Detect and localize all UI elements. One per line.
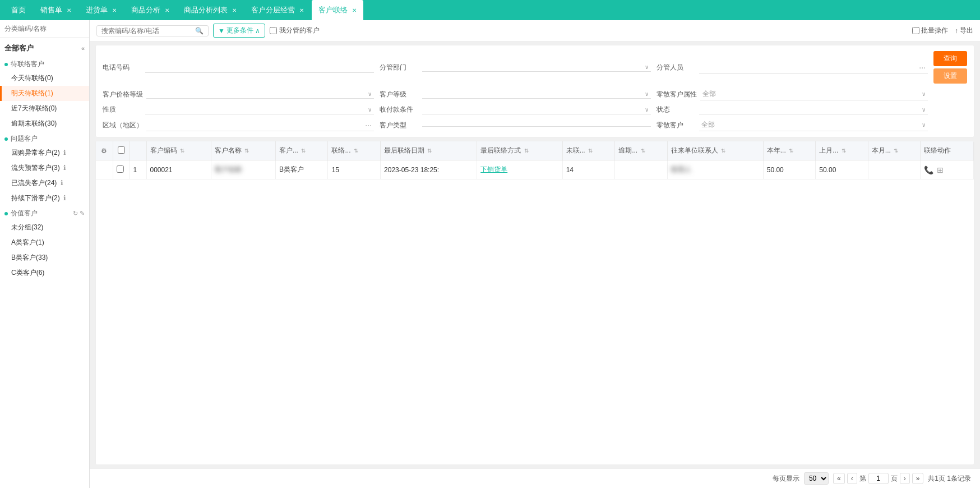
th-contact[interactable]: 联络... ⇅ [328, 141, 381, 160]
toolbar-right: 批量操作 ↑ 导出 [912, 26, 973, 35]
sidebar-item-churn-warning[interactable]: 流失预警客户(3) ℹ [0, 160, 89, 176]
th-last-date[interactable]: 最后联络日期 ⇅ [381, 141, 477, 160]
td-this-year: 50.00 [763, 160, 816, 179]
more-action-icon[interactable]: ⊞ [937, 165, 944, 174]
retail-attr-select[interactable]: 全部 ∨ [700, 88, 928, 100]
setting-button[interactable]: 设置 [933, 68, 967, 84]
sidebar-item-type-b[interactable]: B类客户(33) [0, 250, 89, 265]
td-overdue [615, 160, 668, 179]
th-not-contacted[interactable]: 未联... ⇅ [562, 141, 615, 160]
th-action: 联络动作 [921, 141, 974, 160]
more-filters-button[interactable]: ▼ 更多条件 ∧ [213, 24, 265, 38]
th-this-year[interactable]: 本年... ⇅ [763, 141, 816, 160]
phone-action-icon[interactable]: 📞 [924, 165, 933, 174]
customer-level-arrow-icon: ∨ [645, 91, 649, 97]
nav-item-analysis-list[interactable]: 商品分析列表 ✕ [177, 0, 243, 20]
close-contact-icon[interactable]: ✕ [352, 7, 357, 13]
row-checkbox[interactable] [117, 165, 124, 173]
search-icon[interactable]: 🔍 [195, 27, 204, 35]
nav-item-analysis[interactable]: 商品分析 ✕ [124, 0, 176, 20]
th-overdue[interactable]: 逾期... ⇅ [615, 141, 668, 160]
region-dots-icon[interactable]: ··· [365, 121, 372, 130]
sidebar: 🔍 全部客户 « 待联络客户 今天待联络(0) 明天待联络(1) 近7天待联络(… [0, 20, 90, 488]
th-last-month[interactable]: 上月... ⇅ [816, 141, 868, 160]
page-unit: 页 [891, 474, 898, 484]
search-input[interactable] [101, 27, 193, 35]
page-input[interactable] [868, 473, 889, 484]
dept-select[interactable]: ∨ [422, 63, 651, 72]
sidebar-item-repurchase-abnormal[interactable]: 回购异常客户(2) ℹ [0, 145, 89, 160]
group-dot [4, 63, 8, 66]
sidebar-item-7days[interactable]: 近7天待联络(0) [0, 101, 89, 116]
nature-arrow-icon: ∨ [368, 107, 372, 113]
region-select[interactable]: ··· [146, 119, 374, 131]
nav-home[interactable]: 首页 [4, 0, 33, 20]
th-name[interactable]: 客户名称 ⇅ [211, 141, 275, 160]
sidebar-item-type-c[interactable]: C类客户(6) [0, 265, 89, 280]
nav-item-customer-contact[interactable]: 客户联络 ✕ [312, 0, 363, 20]
footer: 每页显示 50 « ‹ 第 页 › » 共1页 1条记录 [90, 468, 980, 488]
th-last-method[interactable]: 最后联络方式 ⇅ [477, 141, 562, 160]
sidebar-item-declining[interactable]: 持续下滑客户(2) ℹ [0, 191, 89, 206]
status-select[interactable]: ∨ [699, 105, 928, 114]
sidebar-item-today[interactable]: 今天待联络(0) [0, 71, 89, 86]
batch-operation-button[interactable]: 批量操作 [912, 26, 948, 35]
th-customer-type[interactable]: 客户... ⇅ [275, 141, 328, 160]
filter-customer-type: 客户类型 [380, 121, 651, 130]
query-button[interactable]: 查询 [933, 51, 967, 66]
customer-type-select[interactable] [422, 124, 651, 127]
filter-retail-customer: 零散客户 全部 ∨ [657, 119, 928, 131]
price-level-select[interactable]: ∨ [146, 90, 374, 99]
filter-dept: 分管部门 ∨ [380, 63, 651, 72]
td-action: 📞 ⊞ [921, 160, 974, 179]
per-page-select[interactable]: 50 [804, 472, 829, 485]
my-customers-checkbox[interactable]: 我分管的客户 [270, 26, 320, 35]
sidebar-item-tomorrow[interactable]: 明天待联络(1) [0, 86, 89, 101]
retail-customer-select[interactable]: 全部 ∨ [699, 119, 928, 131]
nav-item-sales[interactable]: 销售单 ✕ [34, 0, 78, 20]
close-purchase-icon[interactable]: ✕ [112, 7, 117, 13]
sidebar-search-input[interactable] [4, 25, 89, 33]
sidebar-item-ungrouped[interactable]: 未分组(32) [0, 220, 89, 235]
last-page-button[interactable]: » [912, 473, 924, 484]
th-this-month[interactable]: 本月... ⇅ [868, 141, 921, 160]
sidebar-item-churned[interactable]: 已流失客户(24) ℹ [0, 176, 89, 191]
select-all-checkbox[interactable] [118, 146, 125, 154]
prev-page-button[interactable]: ‹ [847, 473, 857, 484]
first-page-button[interactable]: « [833, 473, 845, 484]
customer-level-select[interactable]: ∨ [422, 90, 651, 99]
info-icon-3: ℹ [63, 194, 66, 202]
close-sales-icon[interactable]: ✕ [67, 7, 71, 13]
sidebar-item-overdue[interactable]: 逾期未联络(30) [0, 116, 89, 131]
next-page-button[interactable]: › [900, 473, 910, 484]
th-unit-contacts[interactable]: 往来单位联系人 ⇅ [667, 141, 763, 160]
all-customers-header[interactable]: 全部客户 « [0, 40, 89, 57]
person-select[interactable]: ··· [699, 62, 928, 73]
last-method-link[interactable]: 下销货单 [480, 165, 507, 173]
td-not-contacted: 14 [562, 160, 615, 179]
sidebar-item-type-a[interactable]: A类客户(1) [0, 235, 89, 250]
footer-nav: « ‹ 第 页 › » [833, 473, 923, 484]
filter-row-2: 客户价格等级 ∨ 客户等级 ∨ 零散客户属性 全部 [103, 88, 967, 100]
nature-select[interactable]: ∨ [145, 105, 374, 114]
phone-input[interactable] [145, 62, 374, 73]
close-segment-icon[interactable]: ✕ [299, 7, 304, 13]
data-table: ⚙ 客户编码 ⇅ 客户名称 ⇅ 客户... ⇅ [96, 141, 974, 179]
td-name: 客户名称 [211, 160, 275, 179]
payment-select[interactable]: ∨ [422, 105, 651, 114]
export-button[interactable]: ↑ 导出 [955, 26, 973, 35]
batch-check[interactable] [912, 27, 919, 34]
close-analysis-list-icon[interactable]: ✕ [232, 7, 237, 13]
nav-item-purchase[interactable]: 进货单 ✕ [79, 0, 123, 20]
table-header-row: ⚙ 客户编码 ⇅ 客户名称 ⇅ 客户... ⇅ [96, 141, 974, 160]
th-code[interactable]: 客户编码 ⇅ [146, 141, 211, 160]
filter-status: 状态 ∨ [657, 105, 928, 114]
my-customers-check[interactable] [270, 27, 277, 34]
close-analysis-icon[interactable]: ✕ [165, 7, 169, 13]
person-dots-icon[interactable]: ··· [919, 63, 926, 72]
customer-name[interactable]: 客户名称 [215, 165, 242, 173]
th-settings[interactable]: ⚙ [96, 141, 113, 160]
status-arrow-icon: ∨ [922, 107, 926, 113]
nav-item-customer-segment[interactable]: 客户分层经营 ✕ [244, 0, 311, 20]
sort-name-icon: ⇅ [244, 148, 249, 154]
